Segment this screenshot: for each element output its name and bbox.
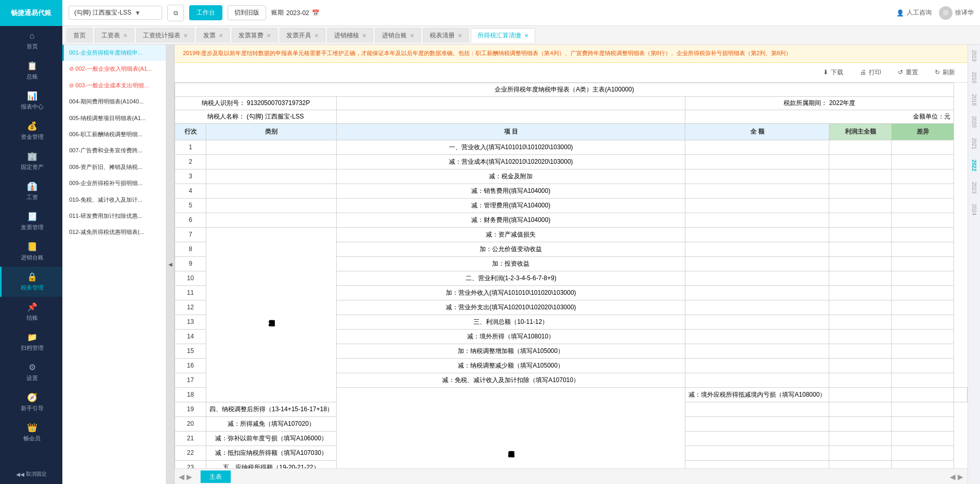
diff-cell: [892, 402, 954, 416]
left-panel-item[interactable]: 006-职工薪酬纳税调整明细...: [62, 126, 166, 142]
reset-button[interactable]: ↺ 重置: [894, 66, 922, 79]
tab-发票开具[interactable]: 发票开具✕: [280, 28, 325, 43]
left-panel-item[interactable]: 009-企业所得税补亏损明细...: [62, 175, 166, 191]
tab-工资统计报表[interactable]: 工资统计报表✕: [136, 28, 194, 43]
copy-icon[interactable]: ⧉: [167, 5, 184, 21]
year-label-2022[interactable]: 2022: [971, 160, 977, 171]
tab-label: 发票开具: [286, 31, 311, 40]
tab-close-icon[interactable]: ✕: [524, 33, 528, 38]
year-label-2016[interactable]: 2016: [971, 72, 977, 83]
table-row: 3减：税金及附加: [175, 169, 968, 184]
left-panel-item[interactable]: 008-资产折旧、摊销及纳税...: [62, 159, 166, 175]
sidebar-item-进销台账[interactable]: 📒进销台账: [0, 237, 62, 267]
year-label-2021[interactable]: 2021: [971, 138, 977, 149]
tab-进销台账[interactable]: 进销台账✕: [375, 28, 421, 43]
amount-cell: [685, 271, 829, 285]
download-button[interactable]: ⬇ 下载: [819, 66, 847, 79]
tab-所得税汇算清缴[interactable]: 所得税汇算清缴✕: [471, 28, 535, 43]
diff-cell: [892, 460, 954, 468]
tab-close-icon[interactable]: ✕: [123, 33, 127, 38]
row-number: 7: [175, 227, 206, 242]
sidebar-icon: 👔: [27, 181, 37, 191]
amount-cell: [685, 154, 829, 169]
sidebar-label: 畅会员: [23, 435, 41, 442]
year-label-2020[interactable]: 2020: [971, 116, 977, 127]
category-cell: [206, 169, 337, 184]
table-container[interactable]: 企业所得税年度纳税申报表（A类）主表(A100000) 纳税人识别号： 9132…: [175, 83, 968, 468]
sidebar-item-首页[interactable]: ⌂首页: [0, 26, 62, 56]
tab-close-icon[interactable]: ✕: [267, 33, 271, 38]
next-sheet-button[interactable]: ▶: [187, 473, 192, 481]
user-name-button[interactable]: 徐 徐译华: [939, 6, 974, 20]
left-panel-item[interactable]: 012-减免所得税优惠明细表(...: [62, 224, 166, 240]
sidebar-item-新手引导[interactable]: 🧭新手引导: [0, 387, 62, 417]
left-panel-item[interactable]: 004-期间费用明细表(A1040...: [62, 94, 166, 110]
item-cell: 减：管理费用(填写A104000): [337, 198, 685, 213]
year-label-2018[interactable]: 2018: [971, 94, 977, 106]
profit-cell: [829, 213, 892, 227]
year-label-2024[interactable]: 2024: [971, 204, 977, 215]
left-panel-item[interactable]: 011-研发费用加计扣除优惠...: [62, 208, 166, 224]
sidebar-item-固定资产[interactable]: 🏢固定资产: [0, 146, 62, 176]
sidebar-item-工资[interactable]: 👔工资: [0, 176, 62, 206]
col-diff: 差异: [892, 123, 954, 140]
amount-cell: [685, 169, 829, 184]
collapse-button[interactable]: ◀: [166, 45, 175, 484]
sidebar-item-报表中心[interactable]: 📊报表中心: [0, 86, 62, 116]
tab-工资表[interactable]: 工资表✕: [95, 28, 134, 43]
sheet-tab-主表[interactable]: 主表: [201, 470, 231, 483]
tab-首页[interactable]: 首页: [67, 28, 92, 43]
print-button[interactable]: 🖨 打印: [856, 66, 885, 79]
scroll-right-button[interactable]: ▶: [958, 473, 963, 481]
sidebar-item-总账[interactable]: 📋总账: [0, 56, 62, 86]
scroll-left-button[interactable]: ◀: [950, 473, 956, 481]
prev-sheet-button[interactable]: ◀: [179, 473, 184, 481]
workbench-button[interactable]: 工作台: [189, 5, 222, 20]
sidebar-item-发票管理[interactable]: 🧾发票管理: [0, 206, 62, 237]
left-panel-item[interactable]: 002-一般企业收入明细表(A1...: [62, 61, 166, 77]
tab-close-icon[interactable]: ✕: [219, 33, 223, 38]
tab-label: 发票: [203, 31, 216, 40]
amount-cell: [685, 198, 829, 213]
switch-version-button[interactable]: 切到旧版: [228, 5, 266, 20]
company-selector[interactable]: (勾脚) 江西服宝-LSS ▼: [69, 6, 162, 20]
diff-cell: [892, 431, 954, 446]
sidebar-item-税务管理[interactable]: 🔒税务管理: [0, 267, 62, 297]
left-panel-item[interactable]: 005-纳税调整项目明细表(A1...: [62, 110, 166, 126]
col-item: 项 目: [337, 123, 685, 140]
tab-发票[interactable]: 发票✕: [196, 28, 230, 43]
sidebar-label: 进销台账: [21, 254, 44, 261]
row-number: 21: [175, 431, 206, 446]
tab-发票算费[interactable]: 发票算费✕: [232, 28, 277, 43]
sidebar-item-归档管理[interactable]: 📁归档管理: [0, 327, 62, 357]
category-cell: [206, 213, 337, 227]
calendar-icon[interactable]: 📅: [312, 9, 320, 17]
refresh-button[interactable]: ↻ 刷新: [931, 66, 959, 79]
left-panel-item[interactable]: 003-一般企业成本支出明细...: [62, 77, 166, 94]
sidebar-item-畅会员[interactable]: 👑畅会员: [0, 417, 62, 448]
user-service-button[interactable]: 👤 人工咨询: [896, 8, 932, 17]
sidebar-icon: 📁: [27, 332, 37, 342]
profit-cell: [829, 169, 892, 184]
tab-close-icon[interactable]: ✕: [183, 33, 188, 38]
sidebar-label: 税务管理: [21, 284, 44, 292]
tab-close-icon[interactable]: ✕: [314, 33, 319, 38]
unpin-button[interactable]: ◀◀ 取消固定: [16, 470, 47, 478]
sidebar-item-结账[interactable]: 📌结账: [0, 297, 62, 327]
item-cell: 减：境外所得（填写A108010）: [337, 329, 685, 344]
tab-进销稽核[interactable]: 进销稽核✕: [327, 28, 373, 43]
left-panel-item[interactable]: 001-企业所得税年度纳税申...: [62, 45, 166, 61]
left-panel-item[interactable]: 010-免税、减计收入及加计...: [62, 192, 166, 208]
table-area: 2019年度步及取以前年度结转数据的申报表单元格需要手工维护正确，才能保证本年及…: [175, 45, 968, 484]
profit-cell: [829, 315, 892, 329]
tab-close-icon[interactable]: ✕: [362, 33, 366, 38]
left-panel-item[interactable]: 007-广告费和业务宣传费跨...: [62, 142, 166, 159]
year-label-2019[interactable]: 2019: [971, 50, 977, 61]
tab-close-icon[interactable]: ✕: [410, 33, 414, 38]
year-label-2023[interactable]: 2023: [971, 182, 977, 193]
sidebar-item-资金管理[interactable]: 💰资金管理: [0, 116, 62, 146]
tab-税表清册[interactable]: 税表清册✕: [423, 28, 469, 43]
sidebar-item-设置[interactable]: ⚙设置: [0, 357, 62, 387]
tab-close-icon[interactable]: ✕: [458, 33, 462, 38]
tab-label: 工资统计报表: [143, 31, 180, 40]
